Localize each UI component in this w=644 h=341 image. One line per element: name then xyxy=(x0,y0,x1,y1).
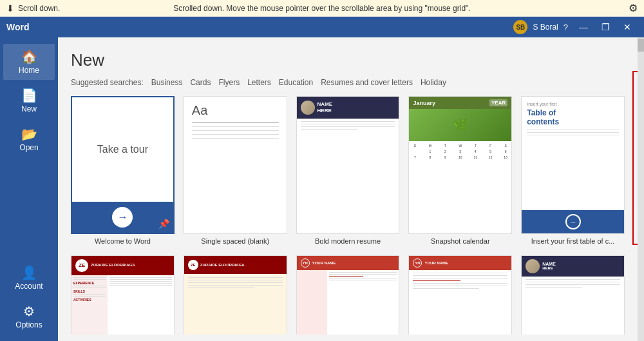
notification-left: ⬇ Scroll down. xyxy=(6,3,60,14)
notification-center-text: Scrolled down. Move the mouse pointer ov… xyxy=(173,4,470,13)
blank-line-4 xyxy=(192,134,279,135)
app-header: Word SB S Boral ? — ❐ ✕ xyxy=(0,17,644,37)
pin-icon: 📌 xyxy=(158,219,169,229)
sidebar-item-options[interactable]: ⚙ Options xyxy=(3,298,55,335)
resume-header-1: ZE ZURAIDE ELDORRIAGA xyxy=(71,256,174,275)
minimize-button[interactable]: — xyxy=(573,19,594,35)
sidebar-item-account[interactable]: 👤 Account xyxy=(3,260,55,296)
notification-right-icons: ⚙ xyxy=(629,2,638,14)
bold-resume-inner: NAMEHERE xyxy=(297,97,399,233)
blank-aa-text: Aa xyxy=(192,103,279,118)
template-mod-chron-2[interactable]: ZE ZURAIDE ELDORRIAGA Modern chronologic… xyxy=(184,255,287,335)
toc-title: Table of contents xyxy=(527,108,619,127)
header-controls: SB S Boral ? — ❐ ✕ xyxy=(513,19,638,35)
template-toc-label: Insert your first table of c... xyxy=(521,237,625,246)
sidebar: 🏠 Home 📄 New 📂 Open 👤 Account ⚙ Options xyxy=(0,37,58,341)
category-tabs: Suggested searches: Business Cards Flyer… xyxy=(71,77,625,88)
template-blank[interactable]: Aa Single spaced (blank) xyxy=(184,96,287,246)
template-blank-thumb: Aa xyxy=(184,96,287,234)
cal-year: YEAR xyxy=(489,99,507,106)
template-polished-cover-thumb: YN YOUR NAME xyxy=(408,255,512,335)
new-icon: 📄 xyxy=(21,88,37,103)
sidebar-label-account: Account xyxy=(15,282,43,291)
template-toc[interactable]: Insert your first Table of contents → I xyxy=(521,96,625,246)
category-letters[interactable]: Letters xyxy=(247,77,271,88)
category-flyers[interactable]: Flyers xyxy=(218,77,240,88)
tour-arrow-icon: → xyxy=(112,207,133,228)
open-icon: 📂 xyxy=(21,126,37,142)
template-tour-thumb: Take a tour → 📌 xyxy=(71,96,175,234)
polished-cover-inner: YN YOUR NAME xyxy=(409,256,511,335)
toc-inner: Insert your first Table of contents → xyxy=(522,97,624,233)
category-holiday[interactable]: Holiday xyxy=(421,77,446,88)
template-toc-thumb: Insert your first Table of contents → xyxy=(521,96,625,234)
blank-line-5 xyxy=(192,138,279,139)
category-resumes[interactable]: Resumes and cover letters xyxy=(321,77,413,88)
scroll-track[interactable] xyxy=(638,37,644,341)
polished-resume-inner: YN YOUR NAME xyxy=(297,256,399,335)
notification-bar: ⬇ Scroll down. Scrolled down. Move the m… xyxy=(0,0,644,17)
category-suggested[interactable]: Suggested searches: xyxy=(71,77,144,88)
sidebar-item-home[interactable]: 🏠 Home xyxy=(3,44,55,80)
toc-arrow-icon: → xyxy=(565,214,581,229)
template-tour[interactable]: Take a tour → 📌 Welcome to Word xyxy=(71,96,175,246)
user-name: S Boral xyxy=(533,23,558,32)
close-button[interactable]: ✕ xyxy=(617,19,638,35)
main-layout: 🏠 Home 📄 New 📂 Open 👤 Account ⚙ Options … xyxy=(0,37,644,341)
account-icon: 👤 xyxy=(21,265,37,280)
template-grid: Take a tour → 📌 Welcome to Word Aa xyxy=(71,96,625,335)
template-mod-chron-2-thumb: ZE ZURAIDE ELDORRIAGA xyxy=(184,255,287,335)
gear-icon[interactable]: ⚙ xyxy=(629,2,638,14)
cal-header: January YEAR xyxy=(409,97,511,109)
scroll-thumb[interactable] xyxy=(638,39,644,52)
toc-text2: Table of xyxy=(527,108,556,117)
template-polished-resume[interactable]: YN YOUR NAME xyxy=(296,255,400,335)
mod-chron-1-inner: ZE ZURAIDE ELDORRIAGA EXPERIENCE SKILLS xyxy=(71,256,174,335)
template-calendar-label: Snapshot calendar xyxy=(408,237,512,246)
blank-line-1 xyxy=(192,122,279,123)
sidebar-label-open: Open xyxy=(19,143,38,152)
sidebar-label-new: New xyxy=(21,104,37,113)
category-education[interactable]: Education xyxy=(279,77,313,88)
toc-text3: contents xyxy=(527,117,559,126)
template-calendar-thumb: January YEAR 🌿 SMT WTFS 12 3456 xyxy=(408,96,512,234)
help-button[interactable]: ? xyxy=(564,23,568,32)
category-cards[interactable]: Cards xyxy=(190,77,211,88)
blank-line-2 xyxy=(192,126,279,127)
template-mod-chron-1[interactable]: ZE ZURAIDE ELDORRIAGA EXPERIENCE SKILLS xyxy=(71,255,175,335)
sidebar-item-new[interactable]: 📄 New xyxy=(3,83,55,119)
options-icon: ⚙ xyxy=(23,304,35,319)
restore-button[interactable]: ❐ xyxy=(595,19,616,35)
toc-small-text: Insert your first xyxy=(527,102,619,106)
template-calendar[interactable]: January YEAR 🌿 SMT WTFS 12 3456 xyxy=(408,96,512,246)
blank-template-inner: Aa xyxy=(184,97,287,233)
cal-grid: SMT WTFS 12 3456 789 10111213 xyxy=(409,141,511,162)
scroll-down-icon: ⬇ xyxy=(6,3,14,14)
home-icon: 🏠 xyxy=(21,49,37,64)
user-badge: SB xyxy=(513,20,527,34)
page-title: New xyxy=(71,50,625,70)
resume-name: NAMEHERE xyxy=(317,101,333,113)
cal-month: January xyxy=(413,100,435,106)
app-title: Word xyxy=(6,22,30,32)
template-bold-resume-label: Bold modern resume xyxy=(296,237,400,246)
template-bold-cover[interactable]: NAME HERE Bold modern cover letter xyxy=(521,255,625,335)
template-tour-label: Welcome to Word xyxy=(71,237,175,246)
mod-chron-2-inner: ZE ZURAIDE ELDORRIAGA xyxy=(184,256,287,335)
toc-blue-bar: → xyxy=(522,210,624,233)
sidebar-label-home: Home xyxy=(19,66,39,75)
sidebar-label-options: Options xyxy=(15,320,42,329)
content-area: New Suggested searches: Business Cards F… xyxy=(58,37,638,341)
template-bold-resume[interactable]: NAMEHERE Bold modern resume xyxy=(296,96,400,246)
bold-resume-body xyxy=(297,119,399,134)
template-bold-cover-thumb: NAME HERE xyxy=(521,255,625,335)
window-controls: — ❐ ✕ xyxy=(573,19,638,35)
template-polished-resume-thumb: YN YOUR NAME xyxy=(296,255,400,335)
calendar-inner: January YEAR 🌿 SMT WTFS 12 3456 xyxy=(409,97,511,233)
category-business[interactable]: Business xyxy=(151,77,183,88)
template-polished-cover[interactable]: YN YOUR NAME P xyxy=(408,255,512,335)
cal-image: 🌿 xyxy=(409,109,511,141)
tour-text: Take a tour xyxy=(97,142,148,157)
sidebar-item-open[interactable]: 📂 Open xyxy=(3,121,55,157)
resume-photo xyxy=(301,101,315,115)
